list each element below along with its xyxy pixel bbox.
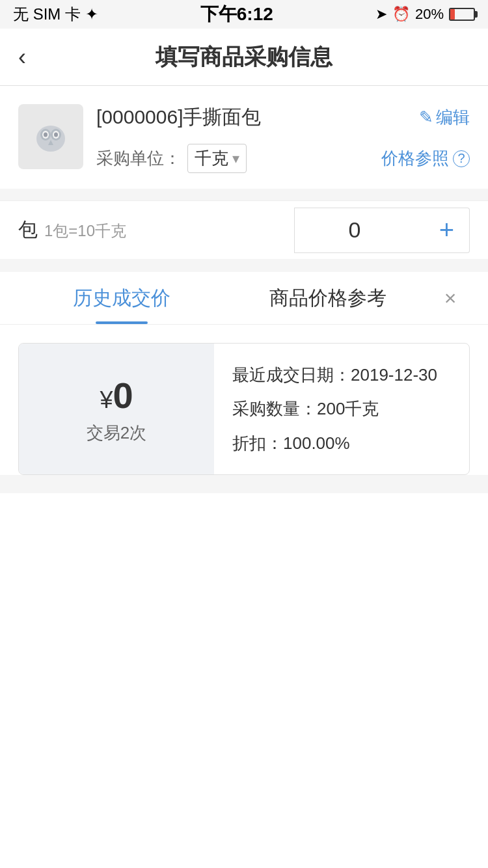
unit-select[interactable]: 千克 ▾ bbox=[187, 144, 247, 173]
qty-label: 采购数量： bbox=[232, 399, 317, 418]
back-button[interactable]: ‹ bbox=[18, 44, 26, 71]
help-icon: ? bbox=[453, 150, 470, 167]
battery-percent: 20% bbox=[415, 6, 444, 23]
history-price-value: ¥0 bbox=[100, 374, 133, 416]
chevron-down-icon: ▾ bbox=[232, 150, 239, 167]
tab-history-price[interactable]: 历史成交价 bbox=[18, 272, 224, 324]
date-label: 最近成交日期： bbox=[232, 365, 351, 385]
product-card: [0000006]手撕面包 ✎ 编辑 采购单位： 千克 ▾ 价格参照 ? bbox=[0, 86, 488, 189]
discount-label: 折扣： bbox=[232, 433, 283, 453]
tab-price-reference[interactable]: 商品价格参考 bbox=[224, 272, 431, 324]
qty-value: 200千克 bbox=[317, 399, 379, 418]
date-value: 2019-12-30 bbox=[351, 365, 437, 385]
section-separator bbox=[0, 189, 488, 199]
product-logo-icon bbox=[28, 114, 74, 159]
history-date-row: 最近成交日期：2019-12-30 bbox=[232, 363, 451, 387]
nav-bar: ‹ 填写商品采购信息 bbox=[0, 29, 488, 86]
sim-text: 无 SIM 卡 ✦ bbox=[13, 4, 98, 25]
history-quantity-row: 采购数量：200千克 bbox=[232, 397, 451, 420]
edit-icon: ✎ bbox=[419, 107, 433, 128]
product-unit-row: 采购单位： 千克 ▾ 价格参照 ? bbox=[96, 144, 470, 173]
product-name: [0000006]手撕面包 bbox=[96, 104, 261, 131]
svg-point-0 bbox=[36, 126, 65, 152]
alarm-icon: ⏰ bbox=[392, 6, 410, 23]
product-thumbnail bbox=[18, 104, 83, 169]
product-info: [0000006]手撕面包 ✎ 编辑 采购单位： 千克 ▾ 价格参照 ? bbox=[96, 104, 470, 173]
history-discount-row: 折扣：100.00% bbox=[232, 431, 451, 455]
tabs-close-button[interactable]: × bbox=[431, 272, 470, 324]
unit-value: 千克 bbox=[195, 147, 228, 170]
quantity-unit: 包 bbox=[18, 217, 38, 243]
tabs-header: 历史成交价 商品价格参考 × bbox=[0, 272, 488, 325]
history-card: ¥0 交易2次 最近成交日期：2019-12-30 采购数量：200千克 折扣：… bbox=[18, 343, 470, 475]
status-bar: 无 SIM 卡 ✦ 下午6:12 ➤ ⏰ 20% bbox=[0, 0, 488, 29]
page-title: 填写商品采购信息 bbox=[156, 42, 332, 72]
svg-point-6 bbox=[54, 133, 58, 137]
history-trades-count: 交易2次 bbox=[87, 422, 146, 444]
product-header: [0000006]手撕面包 ✎ 编辑 bbox=[96, 104, 470, 131]
yen-symbol: ¥ bbox=[100, 387, 113, 413]
svg-point-5 bbox=[44, 133, 47, 137]
quantity-input[interactable] bbox=[294, 208, 424, 253]
quantity-plus-button[interactable]: + bbox=[424, 208, 470, 253]
history-price-panel: ¥0 交易2次 bbox=[19, 344, 214, 474]
quantity-label-group: 包 1包=10千克 bbox=[18, 217, 126, 243]
tabs-section: 历史成交价 商品价格参考 × ¥0 交易2次 最近成交日期：2019-12-30… bbox=[0, 272, 488, 475]
price-ref-button[interactable]: 价格参照 ? bbox=[381, 147, 470, 170]
discount-value: 100.00% bbox=[283, 433, 350, 453]
edit-label: 编辑 bbox=[436, 106, 470, 129]
tab-history-label: 历史成交价 bbox=[73, 285, 170, 312]
tab-price-ref-label: 商品价格参考 bbox=[269, 285, 386, 312]
status-time: 下午6:12 bbox=[200, 2, 273, 27]
quantity-control: + bbox=[294, 208, 470, 253]
price-ref-label: 价格参照 bbox=[381, 147, 449, 170]
quantity-sub-label: 1包=10千克 bbox=[44, 221, 126, 241]
status-left: 无 SIM 卡 ✦ bbox=[13, 4, 98, 25]
quantity-row: 包 1包=10千克 + bbox=[0, 200, 488, 259]
bottom-area bbox=[0, 493, 488, 868]
status-right: ➤ ⏰ 20% bbox=[375, 6, 475, 23]
history-details-panel: 最近成交日期：2019-12-30 采购数量：200千克 折扣：100.00% bbox=[214, 344, 469, 474]
battery-indicator bbox=[449, 8, 475, 21]
unit-label: 采购单位： bbox=[96, 147, 181, 170]
edit-button[interactable]: ✎ 编辑 bbox=[419, 106, 470, 129]
location-icon: ➤ bbox=[375, 6, 387, 23]
